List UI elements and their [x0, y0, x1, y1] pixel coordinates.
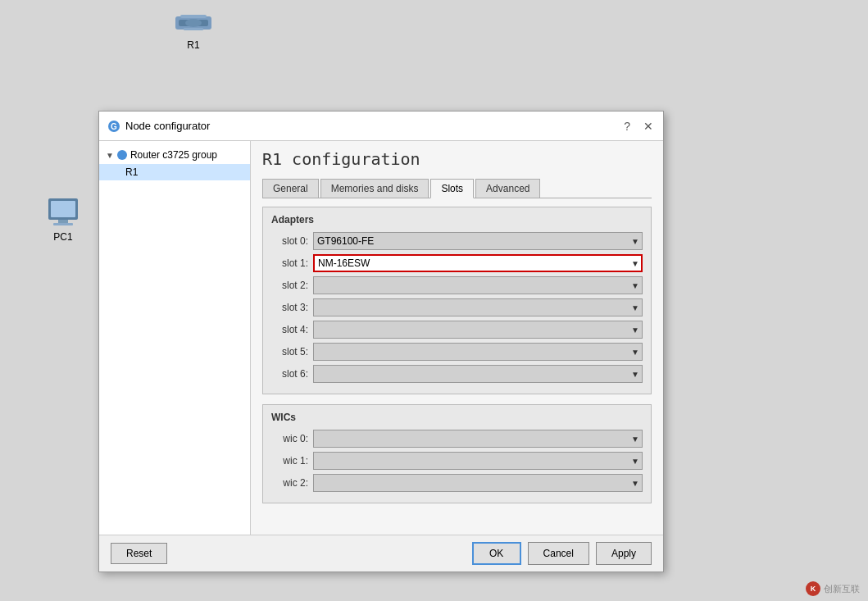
slot-2-select[interactable]: [313, 276, 643, 294]
slot-row-1: slot 1: NM-16ESW ▼: [271, 254, 643, 272]
slot-1-select[interactable]: NM-16ESW: [313, 254, 643, 272]
slot-row-6: slot 6: ▼: [271, 365, 643, 383]
dialog-footer: Reset OK Cancel Apply: [99, 535, 663, 571]
tab-advanced[interactable]: Advanced: [475, 179, 540, 198]
footer-right: OK Cancel Apply: [472, 542, 652, 565]
close-button[interactable]: ✕: [642, 120, 655, 133]
left-panel: ▼ Router c3725 group R1: [99, 141, 251, 535]
slot-5-label: slot 5:: [271, 346, 308, 357]
slot-row-5: slot 5: ▼: [271, 343, 643, 361]
wic-row-1: wic 1: ▼: [271, 452, 643, 470]
slot-2-label: slot 2:: [271, 280, 308, 291]
wic-1-wrapper: ▼: [313, 452, 643, 470]
slot-6-label: slot 6:: [271, 368, 308, 380]
slot-row-4: slot 4: ▼: [271, 321, 643, 339]
pc1-image: [45, 197, 81, 230]
watermark-text: 创新互联: [824, 583, 860, 595]
title-bar: G Node configurator ? ✕: [99, 112, 663, 141]
slot-0-label: slot 0:: [271, 235, 308, 247]
apply-button[interactable]: Apply: [596, 542, 652, 565]
slot-3-wrapper: ▼: [313, 298, 643, 316]
svg-rect-6: [51, 201, 75, 217]
adapters-title: Adapters: [271, 214, 643, 225]
slot-4-wrapper: ▼: [313, 321, 643, 339]
tab-general[interactable]: General: [262, 179, 319, 198]
footer-left: Reset: [111, 543, 167, 564]
wic-1-select[interactable]: [313, 452, 643, 470]
tab-slots[interactable]: Slots: [430, 179, 474, 198]
tree-group-label: Router c3725 group: [130, 149, 217, 161]
help-button[interactable]: ?: [622, 120, 632, 133]
slot-6-wrapper: ▼: [313, 365, 643, 383]
router-icon[interactable]: R1: [172, 8, 215, 51]
slot-3-label: slot 3:: [271, 302, 308, 313]
watermark-icon: K: [806, 581, 820, 596]
pc1-icon[interactable]: PC1: [45, 197, 81, 243]
slot-4-select[interactable]: [313, 321, 643, 339]
node-configurator-dialog: G Node configurator ? ✕ ▼ Router c3725 g…: [98, 111, 664, 572]
title-bar-left: G Node configurator: [107, 120, 210, 133]
cancel-button[interactable]: Cancel: [528, 542, 589, 565]
router-label: R1: [172, 39, 215, 51]
slot-row-0: slot 0: GT96100-FE ▼: [271, 232, 643, 250]
router-image: [172, 8, 215, 38]
wic-0-wrapper: ▼: [313, 430, 643, 448]
adapters-section: Adapters slot 0: GT96100-FE ▼ slo: [262, 207, 652, 394]
ok-button[interactable]: OK: [472, 542, 521, 565]
wic-1-label: wic 1:: [271, 455, 308, 467]
slot-2-wrapper: ▼: [313, 276, 643, 294]
watermark: K 创新互联: [806, 581, 860, 596]
slot-4-label: slot 4:: [271, 324, 308, 335]
svg-rect-4: [184, 28, 203, 30]
wics-title: WICs: [271, 412, 643, 423]
config-title: R1 configuration: [262, 149, 652, 169]
dialog-icon: G: [107, 120, 120, 133]
group-dot-icon: [117, 150, 127, 160]
dialog-title: Node configurator: [125, 120, 210, 132]
tree-group[interactable]: ▼ Router c3725 group: [99, 146, 250, 164]
slot-1-label: slot 1:: [271, 257, 308, 269]
svg-rect-8: [53, 223, 73, 225]
svg-point-2: [185, 19, 202, 27]
wic-2-wrapper: ▼: [313, 474, 643, 492]
desktop: R1 PC1 G Node configurator: [0, 0, 868, 601]
slot-5-wrapper: ▼: [313, 343, 643, 361]
svg-rect-7: [58, 220, 68, 223]
slot-3-select[interactable]: [313, 298, 643, 316]
expand-icon: ▼: [106, 151, 114, 160]
wic-0-select[interactable]: [313, 430, 643, 448]
tree-item-label: R1: [125, 166, 138, 178]
right-panel: R1 configuration General Memories and di…: [251, 141, 663, 535]
slot-row-2: slot 2: ▼: [271, 276, 643, 294]
wic-row-0: wic 0: ▼: [271, 430, 643, 448]
title-bar-controls: ? ✕: [622, 120, 655, 133]
wic-0-label: wic 0:: [271, 433, 308, 444]
pc1-label: PC1: [45, 231, 81, 243]
tabs-container: General Memories and disks Slots Advance…: [262, 179, 652, 198]
dialog-body: ▼ Router c3725 group R1 R1 configuration…: [99, 141, 663, 535]
slot-1-wrapper: NM-16ESW ▼: [313, 254, 643, 272]
slot-row-3: slot 3: ▼: [271, 298, 643, 316]
wic-row-2: wic 2: ▼: [271, 474, 643, 492]
reset-button[interactable]: Reset: [111, 543, 167, 564]
slot-6-select[interactable]: [313, 365, 643, 383]
tab-memories[interactable]: Memories and disks: [320, 179, 429, 198]
wics-section: WICs wic 0: ▼ wic 1: ▼: [262, 404, 652, 503]
slot-0-wrapper: GT96100-FE ▼: [313, 232, 643, 250]
svg-text:G: G: [111, 122, 117, 131]
wic-2-select[interactable]: [313, 474, 643, 492]
svg-rect-3: [180, 15, 207, 18]
slot-5-select[interactable]: [313, 343, 643, 361]
tree-item-r1[interactable]: R1: [99, 164, 250, 180]
slot-0-select[interactable]: GT96100-FE: [313, 232, 643, 250]
wic-2-label: wic 2:: [271, 477, 308, 489]
